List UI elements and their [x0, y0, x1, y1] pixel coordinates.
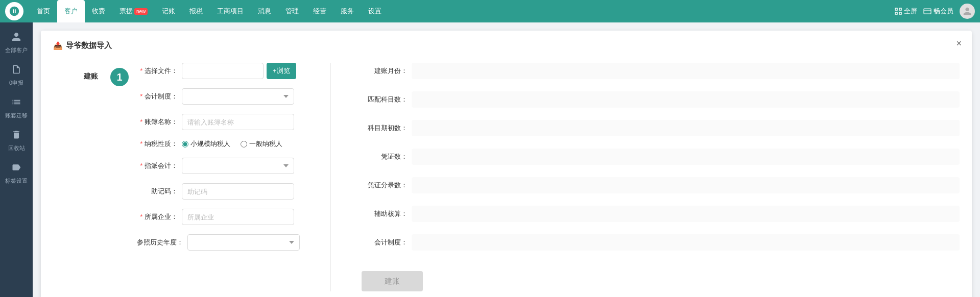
company-label: 所属企业：: [137, 212, 178, 221]
right-accounting-system-row: 会计制度：: [362, 234, 960, 251]
svg-rect-0: [895, 8, 897, 10]
aux-accounting-value: [412, 206, 960, 222]
voucher-entries-value: [412, 177, 960, 193]
tax-type-row: 纳税性质： 小规模纳税人 一般纳税人: [137, 139, 300, 148]
tax-type-label: 纳税性质：: [137, 139, 178, 148]
main-content: 📥 导爷数据导入 × 建账 1 选择文件： +浏览: [33, 22, 980, 297]
nav-item-operations[interactable]: 经营: [306, 0, 333, 22]
browse-button[interactable]: +浏览: [267, 63, 296, 79]
ledger-name-row: 账簿名称：: [137, 114, 300, 130]
nav-item-business[interactable]: 工商项目: [210, 0, 251, 22]
memo-input[interactable]: [182, 183, 294, 200]
nav-items: 首页 客户 收费 票据 new 记账 报税 工商项目 消息 管理 经营: [30, 0, 895, 22]
nav-item-settings[interactable]: 设置: [361, 0, 389, 22]
sidebar-item-all-customers[interactable]: 全部客户: [0, 28, 33, 58]
file-label: 选择文件：: [137, 66, 178, 76]
form-fields: 选择文件： +浏览 会计制度：: [137, 63, 300, 260]
file-row: 选择文件： +浏览: [137, 63, 300, 79]
member-button[interactable]: 畅会员: [923, 7, 953, 16]
svg-rect-1: [899, 8, 901, 10]
dialog-title-icon: 📥: [53, 41, 63, 51]
step-label: 建账: [84, 72, 98, 81]
month-value: [412, 63, 960, 79]
history-year-label: 参照历史年度：: [137, 238, 183, 247]
nav-item-management[interactable]: 管理: [278, 0, 306, 22]
svg-rect-2: [895, 12, 897, 14]
init-balance-row: 科目期初数：: [362, 120, 960, 136]
step-section: 建账 1 选择文件： +浏览 会计制度：: [84, 63, 300, 291]
nav-item-bookkeeping[interactable]: 记账: [155, 0, 182, 22]
aux-accounting-label: 辅助核算：: [362, 209, 408, 218]
sidebar-item-migrate[interactable]: 账套迁移: [0, 93, 33, 123]
ledger-name-label: 账簿名称：: [137, 117, 178, 127]
svg-rect-3: [899, 12, 901, 14]
migrate-icon: [11, 97, 21, 110]
vouchers-row: 凭证数：: [362, 148, 960, 165]
init-balance-value: [412, 120, 960, 136]
vouchers-label: 凭证数：: [362, 152, 408, 161]
match-subjects-value: [412, 91, 960, 108]
vertical-divider: [330, 63, 331, 291]
tags-icon: [11, 162, 21, 175]
all-customers-icon: [11, 32, 21, 44]
nav-item-customers[interactable]: 客户: [57, 0, 85, 22]
company-row: 所属企业：: [137, 209, 300, 225]
init-balance-label: 科目期初数：: [362, 123, 408, 133]
match-subjects-label: 匹配科目数：: [362, 95, 408, 104]
tax-type-radio-group: 小规模纳税人 一般纳税人: [182, 139, 282, 148]
nav-item-invoice[interactable]: 票据 new: [112, 0, 155, 22]
memo-row: 助记码：: [137, 183, 300, 200]
voucher-entries-row: 凭证分录数：: [362, 177, 960, 193]
nav-item-messages[interactable]: 消息: [251, 0, 278, 22]
dialog-close-button[interactable]: ×: [956, 39, 962, 48]
nav-item-billing[interactable]: 收费: [85, 0, 112, 22]
sidebar: 全部客户 0申报 账套迁移 回收站 标签设置: [0, 22, 33, 297]
file-input-row: +浏览: [182, 63, 296, 79]
new-badge: new: [134, 8, 148, 15]
accounting-system-label: 会计制度：: [137, 92, 178, 101]
history-year-row: 参照历史年度：: [137, 234, 300, 251]
nav-item-services[interactable]: 服务: [333, 0, 361, 22]
aux-accounting-row: 辅助核算：: [362, 206, 960, 222]
svg-rect-4: [924, 9, 931, 14]
recycle-icon: [11, 130, 21, 142]
voucher-entries-label: 凭证分录数：: [362, 181, 408, 190]
dialog-title-text: 导爷数据导入: [66, 41, 112, 51]
company-input[interactable]: [182, 209, 294, 225]
month-label: 建账月份：: [362, 66, 408, 76]
fullscreen-button[interactable]: 全屏: [895, 7, 917, 16]
sidebar-item-recycle[interactable]: 回收站: [0, 126, 33, 156]
avatar[interactable]: [960, 4, 975, 19]
vouchers-value: [412, 148, 960, 165]
zero-declare-icon: [11, 64, 21, 77]
sidebar-item-zero-declare[interactable]: 0申报: [0, 60, 33, 91]
file-text-input[interactable]: [182, 63, 264, 79]
match-subjects-row: 匹配科目数：: [362, 91, 960, 108]
accountant-row: 指派会计：: [137, 158, 300, 174]
dialog-card: 📥 导爷数据导入 × 建账 1 选择文件： +浏览: [41, 31, 972, 297]
dialog-title: 📥 导爷数据导入: [53, 41, 960, 51]
accounting-system-row: 会计制度：: [137, 88, 300, 105]
form-body: 建账 1 选择文件： +浏览 会计制度：: [53, 63, 960, 291]
sidebar-item-tags[interactable]: 标签设置: [0, 158, 33, 189]
nav-item-tax[interactable]: 报税: [182, 0, 210, 22]
accounting-system-select[interactable]: [182, 88, 294, 105]
accountant-label: 指派会计：: [137, 161, 178, 170]
top-nav-right: 全屏 畅会员: [895, 4, 975, 19]
build-account-button[interactable]: 建账: [362, 271, 423, 291]
small-taxpayer-radio[interactable]: [182, 141, 188, 147]
nav-item-home[interactable]: 首页: [30, 0, 57, 22]
small-taxpayer-option[interactable]: 小规模纳税人: [182, 139, 230, 148]
general-taxpayer-radio[interactable]: [241, 141, 247, 147]
ledger-name-input[interactable]: [182, 114, 294, 130]
general-taxpayer-option[interactable]: 一般纳税人: [241, 139, 282, 148]
logo[interactable]: [5, 2, 23, 20]
history-year-select[interactable]: [187, 234, 300, 251]
right-accounting-system-value: [412, 234, 960, 251]
right-accounting-system-label: 会计制度：: [362, 238, 408, 247]
step-number: 1: [110, 68, 129, 86]
month-row: 建账月份：: [362, 63, 960, 79]
accountant-select[interactable]: [182, 158, 294, 174]
memo-label: 助记码：: [137, 187, 178, 196]
right-panel: 建账月份： 匹配科目数： 科目期初数： 凭证数： 凭证分录数：: [362, 63, 960, 291]
